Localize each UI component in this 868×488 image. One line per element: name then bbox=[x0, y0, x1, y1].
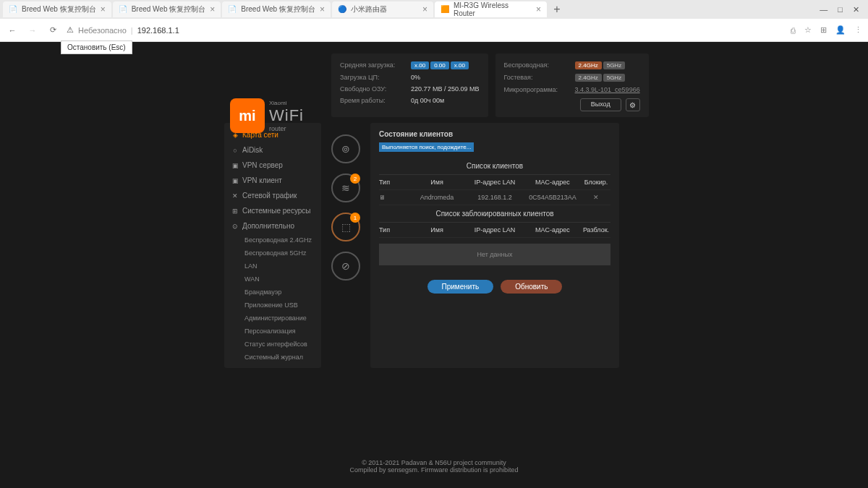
band-pill[interactable]: 5GHz bbox=[603, 61, 625, 69]
sidebar-label: AiDisk bbox=[242, 146, 263, 154]
menu-icon[interactable]: ⋮ bbox=[854, 25, 862, 35]
col-block: Блокир. bbox=[582, 179, 610, 186]
close-icon[interactable]: × bbox=[210, 4, 215, 14]
url-text: 192.168.1.1 bbox=[137, 26, 179, 35]
status-icon-usb[interactable]: ⊘ bbox=[331, 252, 360, 281]
tab-title: Breed Web 恢复控制台 bbox=[22, 4, 96, 14]
blocked-list-header: Список заблокированных клиентов bbox=[379, 205, 610, 223]
status-icon-clients[interactable]: ⬚1 bbox=[331, 213, 360, 241]
sidebar-label: VPN сервер bbox=[242, 161, 283, 169]
sidebar-item-vpnclient[interactable]: ▣VPN клиент bbox=[224, 173, 321, 188]
reload-button[interactable]: ⟳ bbox=[46, 24, 59, 37]
footer: © 2011-2021 Padavan & N56U project commu… bbox=[0, 445, 868, 488]
col-name: Имя bbox=[408, 226, 466, 234]
sidebar-sub-lan[interactable]: LAN bbox=[224, 260, 321, 273]
sidebar-sub-wifi5[interactable]: Беспроводная 5GHz bbox=[224, 247, 321, 260]
col-mac: MAC-адрес bbox=[524, 226, 582, 234]
browser-tab-active[interactable]: 🟧MI-R3G Wireless Router× bbox=[435, 1, 547, 17]
close-icon[interactable]: × bbox=[536, 4, 541, 14]
client-mac: 0C54A5B213AA bbox=[524, 194, 582, 201]
browser-tab[interactable]: 📄Breed Web 恢复控制台× bbox=[113, 1, 221, 17]
browser-tab[interactable]: 📄Breed Web 恢复控制台× bbox=[222, 1, 331, 17]
sidebar-sub-ifstatus[interactable]: Статус интерфейсов bbox=[224, 338, 321, 351]
browser-tab[interactable]: 🔵小米路由器× bbox=[332, 1, 433, 17]
security-label: Небезопасно bbox=[78, 26, 127, 35]
status-icon-wifi[interactable]: ≋2 bbox=[331, 174, 360, 202]
extensions-icon[interactable]: ⊞ bbox=[820, 25, 827, 35]
forward-button[interactable]: → bbox=[26, 24, 39, 37]
band-pill[interactable]: 5GHz bbox=[603, 74, 625, 82]
icon-column: ⊚ ≋2 ⬚1 ⊘ bbox=[331, 123, 360, 368]
client-name: Andromeda bbox=[408, 194, 466, 201]
vpn-icon: ▣ bbox=[231, 162, 239, 169]
status-icon-globe[interactable]: ⊚ bbox=[331, 134, 360, 163]
tab-title: Breed Web 恢复控制台 bbox=[132, 4, 206, 14]
sidebar-sub-wan[interactable]: WAN bbox=[224, 273, 321, 286]
firmware-version[interactable]: 3.4.3.9L-101_ce59966 bbox=[575, 86, 640, 93]
router-text: router bbox=[269, 125, 304, 132]
band-pill[interactable]: 2.4GHz bbox=[575, 74, 602, 82]
sidebar-sub-personalize[interactable]: Персонализация bbox=[224, 325, 321, 338]
close-icon[interactable]: × bbox=[320, 4, 325, 14]
table-header-row: Тип Имя IP-адрес LAN MAC-адрес Блокир. bbox=[379, 175, 610, 190]
band-pill[interactable]: 2.4GHz bbox=[575, 61, 602, 69]
settings-button[interactable]: ⚙ bbox=[626, 98, 640, 111]
stop-tooltip: Остановить (Esc) bbox=[61, 40, 132, 54]
badge: 1 bbox=[350, 213, 360, 223]
address-bar: ← → ⟳ ⚠ Небезопасно | 192.168.1.1 ⎙ ☆ ⊞ … bbox=[0, 19, 868, 42]
client-ip: 192.168.1.2 bbox=[466, 194, 524, 201]
col-mac: MAC-адрес bbox=[524, 179, 582, 186]
badge: 2 bbox=[350, 174, 360, 184]
sidebar-item-resources[interactable]: ⊞Системные ресурсы bbox=[224, 203, 321, 218]
page-icon: 📄 bbox=[228, 5, 237, 14]
block-button[interactable]: ✕ bbox=[582, 194, 610, 201]
sidebar-sub-firewall[interactable]: Брандмауэр bbox=[224, 286, 321, 299]
sidebar-sub-admin[interactable]: Администрирование bbox=[224, 312, 321, 325]
sidebar-sub-usb[interactable]: Приложение USB bbox=[224, 299, 321, 312]
device-icon: 🖥 bbox=[379, 194, 408, 201]
maximize-icon[interactable]: □ bbox=[838, 5, 843, 14]
close-window-icon[interactable]: ✕ bbox=[853, 5, 859, 14]
page-icon: 📄 bbox=[9, 5, 17, 14]
sidebar-item-vpnserver[interactable]: ▣VPN сервер bbox=[224, 158, 321, 173]
sidebar-sub-wifi24[interactable]: Беспроводная 2.4GHz bbox=[224, 234, 321, 247]
close-icon[interactable]: × bbox=[422, 4, 427, 14]
ram-val: 220.77 MB / 250.09 MB bbox=[411, 85, 480, 93]
favorite-icon[interactable]: ☆ bbox=[804, 25, 812, 35]
sidebar-item-traffic[interactable]: ✕Сетевой трафик bbox=[224, 188, 321, 203]
ram-label: Свободно ОЗУ: bbox=[340, 85, 405, 93]
apply-button[interactable]: Применить bbox=[427, 280, 494, 294]
network-panel: Беспроводная:2.4GHz5GHz Гостевая:2.4GHz5… bbox=[495, 53, 649, 117]
mi-logo-icon: mi bbox=[230, 98, 265, 133]
share-icon[interactable]: ⎙ bbox=[791, 26, 796, 35]
col-ip: IP-адрес LAN bbox=[466, 226, 524, 234]
router-icon: 🟧 bbox=[441, 5, 449, 14]
window-controls: — □ ✕ bbox=[820, 5, 865, 14]
vpn-icon: ▣ bbox=[231, 177, 239, 184]
refresh-button[interactable]: Обновить bbox=[501, 280, 562, 294]
browser-tab[interactable]: 📄Breed Web 恢复控制台× bbox=[3, 1, 111, 17]
cpu-avg-label: Средняя загрузка: bbox=[340, 61, 405, 69]
close-icon[interactable]: × bbox=[101, 4, 106, 14]
minimize-icon[interactable]: — bbox=[820, 5, 827, 14]
resources-icon: ⊞ bbox=[231, 207, 239, 215]
sidebar-item-aidisk[interactable]: ○AiDisk bbox=[224, 142, 321, 158]
url-input[interactable]: ⚠ Небезопасно | 192.168.1.1 bbox=[67, 25, 179, 35]
clients-title: Состояние клиентов bbox=[379, 130, 610, 138]
sidebar-item-advanced[interactable]: ⊙Дополнительно bbox=[224, 218, 321, 234]
logout-button[interactable]: Выход bbox=[580, 98, 621, 111]
sidebar-sub-syslog[interactable]: Системный журнал bbox=[224, 351, 321, 364]
disk-icon: ○ bbox=[231, 147, 239, 154]
tab-title: Breed Web 恢复控制台 bbox=[241, 4, 315, 14]
back-button[interactable]: ← bbox=[6, 24, 19, 37]
firmware-label: Микропрограмма: bbox=[504, 86, 569, 93]
sidebar-label: Дополнительно bbox=[242, 222, 294, 230]
brand-text: Xiaomi bbox=[269, 100, 304, 106]
new-tab-button[interactable]: + bbox=[548, 1, 566, 17]
advanced-icon: ⊙ bbox=[231, 223, 239, 230]
client-row: 🖥 Andromeda 192.168.1.2 0C54A5B213AA ✕ bbox=[379, 190, 610, 205]
profile-icon[interactable]: 👤 bbox=[835, 25, 846, 35]
table-header-row: Тип Имя IP-адрес LAN MAC-адрес Разблок. bbox=[379, 223, 610, 238]
col-type: Тип bbox=[379, 179, 408, 186]
tab-title: MI-R3G Wireless Router bbox=[454, 1, 532, 17]
